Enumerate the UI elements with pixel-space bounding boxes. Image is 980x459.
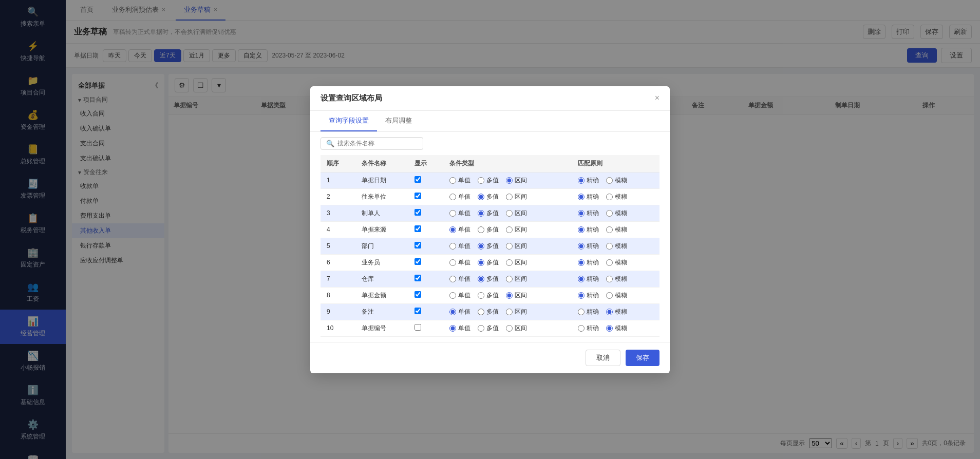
row-match-2[interactable]: 精确模糊 — [572, 205, 659, 221]
type-radio-multi-4[interactable]: 多值 — [478, 242, 499, 251]
type-radio-single-9[interactable]: 单值 — [449, 324, 470, 333]
type-radio-multi-3[interactable]: 多值 — [478, 225, 499, 234]
row-display-2[interactable] — [408, 205, 443, 221]
type-radio-range-8[interactable]: 区间 — [506, 308, 527, 316]
row-match-3[interactable]: 精确模糊 — [572, 221, 659, 238]
match-radio-exact-4[interactable]: 精确 — [578, 242, 599, 251]
row-match-5[interactable]: 精确模糊 — [572, 254, 659, 271]
type-radio-multi-1[interactable]: 多值 — [478, 193, 499, 201]
match-radio-exact-8[interactable]: 精确 — [578, 308, 599, 316]
type-radio-range-1[interactable]: 区间 — [506, 193, 527, 201]
display-checkbox-9[interactable] — [414, 324, 421, 331]
row-type-7[interactable]: 单值多值区间 — [443, 287, 571, 303]
row-display-1[interactable] — [408, 188, 443, 205]
match-radio-fuzzy-4[interactable]: 模糊 — [606, 242, 627, 251]
display-checkbox-2[interactable] — [414, 209, 421, 216]
type-radio-multi-2[interactable]: 多值 — [478, 209, 499, 218]
modal-overlay[interactable]: 设置查询区域布局 × 查询字段设置布局调整 🔍 顺序 条件名称 — [0, 0, 980, 459]
modal-tab-0[interactable]: 查询字段设置 — [321, 111, 377, 131]
row-display-3[interactable] — [408, 221, 443, 238]
match-radio-fuzzy-1[interactable]: 模糊 — [606, 193, 627, 201]
modal-save-button[interactable]: 保存 — [626, 350, 659, 366]
display-checkbox-6[interactable] — [414, 275, 421, 281]
row-type-9[interactable]: 单值多值区间 — [443, 320, 571, 336]
type-radio-range-2[interactable]: 区间 — [506, 209, 527, 218]
row-order-3: 4 — [321, 221, 355, 238]
row-type-1[interactable]: 单值多值区间 — [443, 188, 571, 205]
row-match-1[interactable]: 精确模糊 — [572, 188, 659, 205]
row-match-0[interactable]: 精确模糊 — [572, 172, 659, 188]
modal-tab-1[interactable]: 布局调整 — [377, 111, 420, 131]
row-display-0[interactable] — [408, 172, 443, 188]
row-type-3[interactable]: 单值多值区间 — [443, 221, 571, 238]
type-radio-multi-7[interactable]: 多值 — [478, 291, 499, 300]
match-radio-exact-3[interactable]: 精确 — [578, 225, 599, 234]
match-radio-fuzzy-3[interactable]: 模糊 — [606, 225, 627, 234]
display-checkbox-7[interactable] — [414, 291, 421, 298]
type-radio-single-3[interactable]: 单值 — [449, 225, 470, 234]
row-display-6[interactable] — [408, 271, 443, 287]
type-radio-single-8[interactable]: 单值 — [449, 308, 470, 316]
match-radio-fuzzy-5[interactable]: 模糊 — [606, 258, 627, 267]
display-checkbox-3[interactable] — [414, 225, 421, 232]
match-radio-fuzzy-9[interactable]: 模糊 — [606, 324, 627, 333]
row-type-4[interactable]: 单值多值区间 — [443, 238, 571, 254]
match-radio-exact-9[interactable]: 精确 — [578, 324, 599, 333]
type-radio-single-6[interactable]: 单值 — [449, 275, 470, 283]
row-match-8[interactable]: 精确模糊 — [572, 303, 659, 320]
row-type-8[interactable]: 单值多值区间 — [443, 303, 571, 320]
type-radio-range-7[interactable]: 区间 — [506, 291, 527, 300]
display-checkbox-1[interactable] — [414, 193, 421, 199]
type-radio-multi-5[interactable]: 多值 — [478, 258, 499, 267]
type-radio-range-5[interactable]: 区间 — [506, 258, 527, 267]
type-radio-single-2[interactable]: 单值 — [449, 209, 470, 218]
row-match-4[interactable]: 精确模糊 — [572, 238, 659, 254]
type-radio-single-1[interactable]: 单值 — [449, 193, 470, 201]
row-display-8[interactable] — [408, 303, 443, 320]
modal-close-button[interactable]: × — [655, 93, 659, 103]
match-radio-fuzzy-6[interactable]: 模糊 — [606, 275, 627, 283]
row-type-5[interactable]: 单值多值区间 — [443, 254, 571, 271]
match-radio-exact-2[interactable]: 精确 — [578, 209, 599, 218]
type-radio-range-6[interactable]: 区间 — [506, 275, 527, 283]
type-radio-range-4[interactable]: 区间 — [506, 242, 527, 251]
type-radio-multi-0[interactable]: 多值 — [478, 176, 499, 185]
type-radio-single-0[interactable]: 单值 — [449, 176, 470, 185]
type-radio-range-0[interactable]: 区间 — [506, 176, 527, 185]
type-radio-multi-9[interactable]: 多值 — [478, 324, 499, 333]
type-radio-range-3[interactable]: 区间 — [506, 225, 527, 234]
match-radio-fuzzy-0[interactable]: 模糊 — [606, 176, 627, 185]
row-display-4[interactable] — [408, 238, 443, 254]
row-match-7[interactable]: 精确模糊 — [572, 287, 659, 303]
row-name-3: 单据来源 — [355, 221, 408, 238]
match-radio-fuzzy-8[interactable]: 模糊 — [606, 308, 627, 316]
match-radio-exact-7[interactable]: 精确 — [578, 291, 599, 300]
display-checkbox-8[interactable] — [414, 308, 421, 314]
col-name: 条件名称 — [355, 155, 408, 173]
match-radio-exact-6[interactable]: 精确 — [578, 275, 599, 283]
display-checkbox-4[interactable] — [414, 242, 421, 248]
match-radio-fuzzy-7[interactable]: 模糊 — [606, 291, 627, 300]
match-radio-fuzzy-2[interactable]: 模糊 — [606, 209, 627, 218]
type-radio-single-4[interactable]: 单值 — [449, 242, 470, 251]
type-radio-multi-6[interactable]: 多值 — [478, 275, 499, 283]
row-type-2[interactable]: 单值多值区间 — [443, 205, 571, 221]
row-type-0[interactable]: 单值多值区间 — [443, 172, 571, 188]
display-checkbox-0[interactable] — [414, 176, 421, 183]
row-match-9[interactable]: 精确模糊 — [572, 320, 659, 336]
row-display-9[interactable] — [408, 320, 443, 336]
modal-search-input[interactable] — [337, 140, 418, 147]
type-radio-single-7[interactable]: 单值 — [449, 291, 470, 300]
type-radio-range-9[interactable]: 区间 — [506, 324, 527, 333]
match-radio-exact-0[interactable]: 精确 — [578, 176, 599, 185]
row-display-7[interactable] — [408, 287, 443, 303]
match-radio-exact-5[interactable]: 精确 — [578, 258, 599, 267]
row-type-6[interactable]: 单值多值区间 — [443, 271, 571, 287]
match-radio-exact-1[interactable]: 精确 — [578, 193, 599, 201]
type-radio-single-5[interactable]: 单值 — [449, 258, 470, 267]
display-checkbox-5[interactable] — [414, 258, 421, 265]
row-display-5[interactable] — [408, 254, 443, 271]
type-radio-multi-8[interactable]: 多值 — [478, 308, 499, 316]
row-match-6[interactable]: 精确模糊 — [572, 271, 659, 287]
cancel-button[interactable]: 取消 — [586, 350, 620, 366]
